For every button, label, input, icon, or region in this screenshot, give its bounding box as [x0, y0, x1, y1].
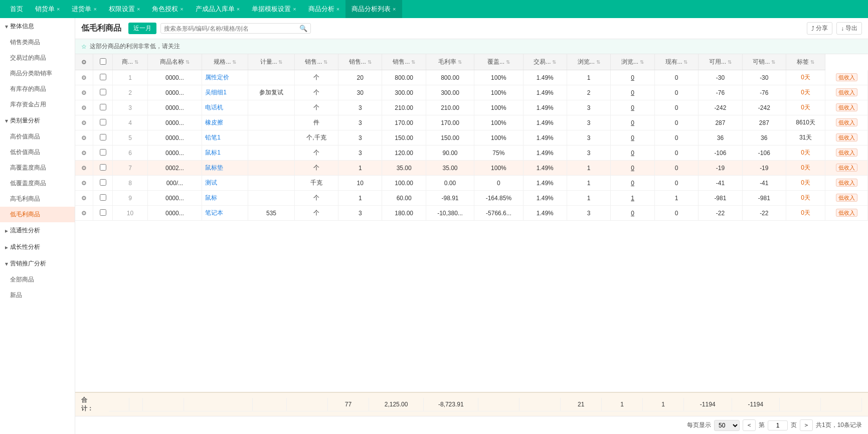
row-name[interactable]: 鼠标垫	[202, 161, 248, 176]
row-settings[interactable]: ⚙	[75, 130, 93, 146]
browse1-value[interactable]: 1	[631, 195, 634, 202]
row-settings-icon[interactable]: ⚙	[81, 134, 87, 141]
row-checkbox[interactable]	[93, 161, 113, 176]
nav-product-analysis-list[interactable]: 商品分析列表 ×	[345, 0, 402, 18]
row-name[interactable]: 电话机	[202, 100, 248, 115]
col-transaction[interactable]: 交易...	[523, 54, 567, 70]
col-gross-margin[interactable]: 毛利率	[426, 54, 474, 70]
sidebar-item-new-products[interactable]: 新品	[0, 287, 75, 303]
col-sales-profit[interactable]: 销售...	[382, 54, 426, 70]
row-settings-icon[interactable]: ⚙	[81, 74, 87, 81]
sidebar-group-growth[interactable]: ▸ 成长性分析	[0, 239, 75, 255]
nav-permissions[interactable]: 权限设置 ×	[103, 0, 146, 18]
row-checkbox[interactable]	[93, 146, 113, 161]
row-checkbox[interactable]	[93, 206, 113, 221]
col-settings[interactable]: ⚙	[75, 54, 93, 70]
search-input[interactable]	[164, 25, 299, 32]
row-settings[interactable]: ⚙	[75, 85, 93, 100]
row-checkbox-input[interactable]	[100, 74, 106, 80]
sidebar-group-flow[interactable]: ▸ 流通性分析	[0, 222, 75, 239]
row-settings[interactable]: ⚙	[75, 191, 93, 206]
col-name[interactable]: 商品名称	[147, 54, 202, 70]
col-browse2[interactable]: 浏览...	[611, 54, 654, 70]
col-spec[interactable]: 规格...	[202, 54, 248, 70]
sidebar-item-high-value[interactable]: 高价值商品	[0, 129, 75, 144]
prev-page-button[interactable]: ＜	[743, 419, 756, 431]
sidebar-item-category-rate[interactable]: 商品分类助销率	[0, 66, 75, 81]
row-settings-icon[interactable]: ⚙	[81, 180, 87, 187]
share-button[interactable]: ⤴ 分享	[807, 22, 832, 35]
row-settings-icon[interactable]: ⚙	[81, 165, 87, 172]
row-settings[interactable]: ⚙	[75, 146, 93, 161]
row-settings[interactable]: ⚙	[75, 100, 93, 115]
col-sales-amount[interactable]: 销售...	[338, 54, 382, 70]
row-browse1[interactable]: 0	[611, 176, 654, 191]
export-button[interactable]: ↓ 导出	[836, 22, 862, 35]
row-checkbox[interactable]	[93, 130, 113, 146]
sidebar-item-low-margin[interactable]: 低毛利商品	[0, 207, 75, 222]
row-browse1[interactable]: 0	[611, 146, 654, 161]
row-checkbox-input[interactable]	[100, 149, 106, 156]
next-page-button[interactable]: ＞	[800, 419, 813, 431]
nav-product-entry[interactable]: 产成品入库单 ×	[190, 0, 246, 18]
nav-roles-close[interactable]: ×	[180, 6, 183, 12]
sidebar-group-category[interactable]: ▾ 类别量分析	[0, 112, 75, 129]
nav-product-analysis[interactable]: 商品分析 ×	[302, 0, 345, 18]
row-settings-icon[interactable]: ⚙	[81, 89, 87, 96]
nav-purchase[interactable]: 进货单 ×	[66, 0, 102, 18]
row-browse1[interactable]: 0	[611, 206, 654, 221]
row-checkbox[interactable]	[93, 191, 113, 206]
nav-product-entry-close[interactable]: ×	[237, 6, 240, 12]
row-settings-icon[interactable]: ⚙	[81, 210, 87, 217]
row-checkbox-input[interactable]	[100, 209, 106, 216]
row-settings[interactable]: ⚙	[75, 115, 93, 130]
browse1-value[interactable]: 0	[631, 74, 634, 81]
browse1-value[interactable]: 0	[631, 134, 634, 141]
date-filter-button[interactable]: 近一月	[128, 23, 156, 34]
sidebar-item-low-value[interactable]: 低价值商品	[0, 144, 75, 160]
col-available-stock[interactable]: 可用...	[699, 54, 742, 70]
row-checkbox-input[interactable]	[100, 104, 106, 110]
nav-template-close[interactable]: ×	[293, 6, 296, 12]
row-settings[interactable]: ⚙	[75, 161, 93, 176]
nav-sales[interactable]: 销货单 ×	[29, 0, 66, 18]
nav-product-analysis-close[interactable]: ×	[336, 6, 339, 12]
row-settings[interactable]: ⚙	[75, 70, 93, 85]
row-checkbox[interactable]	[93, 85, 113, 100]
row-checkbox-input[interactable]	[100, 194, 106, 201]
row-browse1[interactable]: 0	[611, 85, 654, 100]
search-icon[interactable]: 🔍	[299, 25, 307, 32]
browse1-value[interactable]: 0	[631, 89, 634, 96]
row-settings-icon[interactable]: ⚙	[81, 150, 87, 157]
page-input[interactable]	[768, 420, 788, 430]
row-browse1[interactable]: 0	[611, 115, 654, 130]
sidebar-item-all-products[interactable]: 全部商品	[0, 272, 75, 287]
row-name[interactable]: 鼠标1	[202, 146, 248, 161]
row-name[interactable]: 橡皮擦	[202, 115, 248, 130]
row-name[interactable]: 铅笔1	[202, 130, 248, 146]
sidebar-item-in-stock[interactable]: 有库存的商品	[0, 81, 75, 97]
row-browse1[interactable]: 0	[611, 130, 654, 146]
browse1-value[interactable]: 0	[631, 180, 634, 187]
per-page-select[interactable]: 50 100 200	[714, 420, 740, 431]
browse1-value[interactable]: 0	[631, 119, 634, 126]
row-browse1[interactable]: 0	[611, 70, 654, 85]
sidebar-item-capital-usage[interactable]: 库存资金占用	[0, 97, 75, 112]
browse1-value[interactable]: 0	[631, 104, 634, 111]
sidebar-item-high-margin[interactable]: 高毛利商品	[0, 191, 75, 207]
sidebar-item-traded-products[interactable]: 交易过的商品	[0, 50, 75, 66]
row-browse1[interactable]: 0	[611, 100, 654, 115]
row-checkbox-input[interactable]	[100, 89, 106, 95]
row-checkbox[interactable]	[93, 115, 113, 130]
row-settings-icon[interactable]: ⚙	[81, 104, 87, 111]
row-checkbox-input[interactable]	[100, 164, 106, 171]
row-checkbox[interactable]	[93, 100, 113, 115]
row-name[interactable]: 测试	[202, 176, 248, 191]
nav-template[interactable]: 单据模板设置 ×	[246, 0, 302, 18]
row-checkbox[interactable]	[93, 70, 113, 85]
browse1-value[interactable]: 0	[631, 150, 634, 157]
row-name[interactable]: 笔记本	[202, 206, 248, 221]
browse1-value[interactable]: 0	[631, 210, 634, 217]
sidebar-item-high-coverage[interactable]: 高覆盖度商品	[0, 160, 75, 176]
row-settings[interactable]: ⚙	[75, 176, 93, 191]
